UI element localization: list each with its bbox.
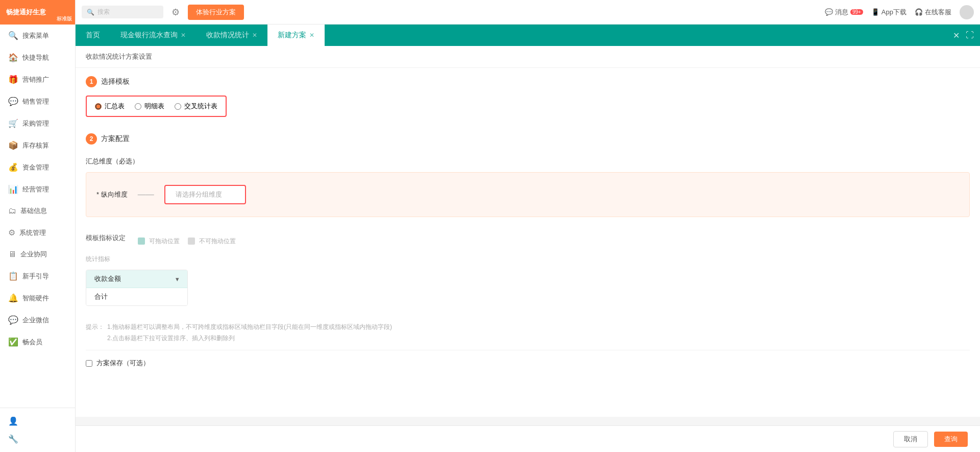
radio-cross[interactable]: 交叉统计表 [175, 102, 217, 111]
radio-summary-input[interactable] [95, 103, 102, 110]
sidebar-item-hardware[interactable]: 🔔 智能硬件 [0, 287, 75, 309]
search-icon: 🔍 [87, 9, 94, 16]
download-label: App下载 [881, 8, 906, 17]
search-bar[interactable]: 🔍 搜索 [82, 6, 163, 18]
dim-selector-text: 请选择分组维度 [176, 191, 222, 198]
bottom-icon1: 👤 [8, 416, 18, 426]
sidebar-icon-system: ⚙ [8, 228, 15, 237]
sidebar-icon-guide: 📋 [8, 271, 18, 281]
tab-newplan[interactable]: 新建方案✕ [267, 25, 325, 46]
page-inner: 收款情况统计方案设置 1 选择模板 汇总表 明细表 [76, 46, 980, 417]
sidebar-item-member[interactable]: ✅ 畅会员 [0, 331, 75, 353]
movable-dot [138, 237, 145, 245]
sidebar-icon-wechat: 💬 [8, 315, 18, 325]
tab-collection[interactable]: 收款情况统计✕ [196, 25, 267, 46]
sidebar-item-operations[interactable]: 📊 经营管理 [0, 178, 75, 200]
tip1-text: 1.拖动标题栏可以调整布局，不可跨维度或指标区域拖动栏目字段(只能在同一维度或指… [107, 322, 392, 333]
sidebar-icon-basic: 🗂 [8, 206, 16, 216]
msg-action[interactable]: 💬 消息 99+ [825, 8, 863, 17]
service-action[interactable]: 🎧 在线客服 [915, 8, 951, 17]
step2-section: 2 方案配置 [76, 125, 980, 157]
radio-summary-label: 汇总表 [105, 102, 125, 111]
sidebar-item-guide[interactable]: 📋 新手引导 [0, 265, 75, 287]
sidebar-item-enterprise[interactable]: 🖥 企业协同 [0, 244, 75, 265]
download-action[interactable]: 📱 App下载 [871, 8, 906, 17]
sidebar-item-inventory[interactable]: 📦 库存核算 [0, 134, 75, 156]
page-content: 收款情况统计方案设置 1 选择模板 汇总表 明细表 [76, 46, 980, 452]
cancel-button[interactable]: 取消 [893, 431, 928, 447]
vertical-dim-label: * 纵向维度 [96, 190, 128, 199]
sidebar-icon-purchase: 🛒 [8, 118, 18, 128]
dim-selector[interactable]: 请选择分组维度 [164, 185, 246, 204]
sidebar-label-basic: 基础信息 [20, 206, 47, 216]
sidebar-item-basic[interactable]: 🗂 基础信息 [0, 200, 75, 222]
query-button[interactable]: 查询 [934, 432, 968, 447]
service-icon: 🎧 [915, 8, 923, 16]
save-label: 方案保存（可选） [96, 359, 150, 368]
radio-detail-input[interactable] [135, 103, 141, 110]
sidebar-item-search[interactable]: 🔍 搜索菜单 [0, 25, 75, 46]
sidebar-icon-hardware: 🔔 [8, 293, 18, 303]
config-section: 汇总维度（必选） * 纵向维度 —— 请选择分组维度 [76, 157, 980, 225]
sidebar-icon-quicknav: 🏠 [8, 53, 18, 62]
radio-cross-input[interactable] [175, 103, 181, 110]
col-dropdown-icon[interactable]: ▾ [176, 275, 179, 283]
sidebar-item-wechat[interactable]: 💬 企业微信 [0, 309, 75, 331]
sidebar-label-purchase: 采购管理 [22, 119, 49, 128]
service-label: 在线客服 [925, 8, 951, 17]
save-checkbox[interactable] [86, 360, 92, 367]
header-actions: 💬 消息 99+ 📱 App下载 🎧 在线客服 [825, 5, 974, 19]
sidebar-icon-member: ✅ [8, 337, 18, 347]
user-avatar[interactable] [960, 5, 974, 19]
tab-label-collection: 收款情况统计 [206, 31, 249, 40]
sidebar-icon-sales: 💬 [8, 97, 18, 106]
radio-detail[interactable]: 明细表 [135, 102, 164, 111]
sidebar-item-marketing[interactable]: 🎁 营销推广 [0, 68, 75, 90]
gear-icon[interactable]: ⚙ [172, 7, 180, 18]
sidebar-item-quicknav[interactable]: 🏠 快捷导航 [0, 46, 75, 68]
step1-label: 选择模板 [101, 77, 130, 86]
sidebar-item-bottom1[interactable]: 👤 [0, 412, 75, 430]
logo-sub: 标准版 [57, 15, 72, 22]
dim-arrow: —— [138, 190, 154, 199]
sidebar-label-system: 系统管理 [19, 228, 46, 237]
indicator-section: 模板指标设定 可拖动位置 不可拖动位置 统计指标 收款金额 [76, 225, 980, 316]
sidebar-label-wechat: 企业微信 [22, 316, 49, 325]
sidebar-icon-enterprise: 🖥 [8, 250, 16, 259]
sidebar-item-sales[interactable]: 💬 销售管理 [0, 90, 75, 112]
sidebar-label-operations: 经营管理 [22, 185, 49, 194]
sidebar-bottom: 👤 🔧 [0, 408, 75, 452]
sidebar-label-guide: 新手引导 [22, 272, 49, 281]
stat-label: 统计指标 [86, 255, 188, 264]
radio-summary[interactable]: 汇总表 [95, 102, 125, 111]
template-select-group: 汇总表 明细表 交叉统计表 [86, 96, 227, 117]
expand-icon[interactable]: ⛶ [966, 31, 974, 40]
sidebar-item-purchase[interactable]: 🛒 采购管理 [0, 112, 75, 134]
search-placeholder: 搜索 [97, 8, 110, 16]
tab-cashflow[interactable]: 现金银行流水查询✕ [110, 25, 196, 46]
industry-btn[interactable]: 体验行业方案 [188, 5, 244, 20]
dimension-title: 汇总维度（必选） [86, 157, 970, 166]
sidebar-item-system[interactable]: ⚙ 系统管理 [0, 222, 75, 244]
tip2-line: 提示： 2.点击标题栏下拉可设置排序、插入列和删除列 [86, 333, 970, 344]
tab-close-cashflow[interactable]: ✕ [181, 32, 186, 39]
msg-icon: 💬 [825, 8, 833, 16]
sidebar-icon-marketing: 🎁 [8, 75, 18, 84]
logo-text: 畅捷通好生意 [6, 8, 46, 16]
sidebar-item-finance[interactable]: 💰 资金管理 [0, 156, 75, 178]
sidebar-item-bottom2[interactable]: 🔧 [0, 430, 75, 448]
tab-bar: 首页现金银行流水查询✕收款情况统计✕新建方案✕ ✕ ⛶ [76, 25, 980, 46]
sidebar-label-member: 畅会员 [22, 338, 42, 347]
tip1-line: 提示： 1.拖动标题栏可以调整布局，不可跨维度或指标区域拖动栏目字段(只能在同一… [86, 322, 970, 333]
sidebar-label-quicknav: 快捷导航 [22, 53, 49, 62]
step1-badge: 1 [86, 76, 97, 87]
indicator-col-header[interactable]: 收款金额 ▾ [86, 270, 187, 288]
tab-label-home: 首页 [86, 31, 100, 40]
close-window-icon[interactable]: ✕ [953, 31, 960, 40]
tab-close-newplan[interactable]: ✕ [309, 32, 314, 39]
tab-close-collection[interactable]: ✕ [252, 32, 257, 39]
dimension-area: * 纵向维度 —— 请选择分组维度 [86, 172, 970, 217]
sidebar-label-search: 搜索菜单 [22, 31, 49, 40]
tab-home[interactable]: 首页 [76, 25, 110, 46]
tab-bar-actions: ✕ ⛶ [953, 31, 980, 40]
